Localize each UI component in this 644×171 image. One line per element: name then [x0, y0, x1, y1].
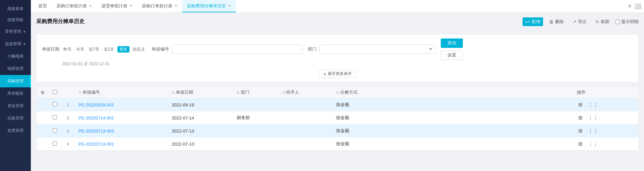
shortcut-1month[interactable]: 近1月 [103, 46, 116, 53]
main-content: 首页 采购订单统计表 ✕ 进货单统计表 ✕ 采购订单执行表 ✕ 采购费用分摊单历… [31, 0, 644, 171]
row-order-no[interactable]: PE-20220713-003 [74, 124, 168, 138]
shortcut-yesterday[interactable]: 昨天 [62, 46, 73, 53]
sidebar-item-ecom[interactable]: 电商管理 [0, 63, 31, 75]
dept-select[interactable]: 财务部 [319, 45, 435, 54]
edit-icon[interactable]: ⊞ [577, 101, 584, 108]
tab-purchase-order-exec[interactable]: 采购订单执行表 ✕ [137, 0, 182, 12]
table-split-method-header[interactable]: ⇅ 分摊方式 [332, 87, 573, 98]
sidebar-item-account[interactable]: 总账管理 [0, 112, 31, 124]
tab-close-icon[interactable]: ✕ [129, 4, 132, 8]
edit-icon[interactable]: ⊞ [577, 140, 584, 148]
edit-icon[interactable]: ⊞ [577, 127, 584, 135]
sidebar-item-inventory[interactable]: 库存核算 [0, 87, 31, 100]
delete-button[interactable]: 🗑 删除 [546, 17, 567, 26]
row-order-no[interactable]: PE-20220714-001 [74, 111, 168, 124]
row-checkbox[interactable] [53, 141, 57, 146]
table-header-row: ⚙ ⇅ 单据编号 ⇅ 单据日期 [37, 87, 638, 98]
table-handler-header[interactable]: ⇅ 经手人 [278, 87, 332, 98]
table-row: 1 PE-20220919-002 2022-09-19 按金额 ⊞ ⋮⋮ [37, 98, 638, 111]
tab-close-icon[interactable]: ✕ [228, 4, 231, 8]
maximize-window-icon[interactable]: ⬜ [635, 3, 641, 9]
sidebar-item-search[interactable]: 搜索菜单 [0, 3, 31, 14]
add-icon: + [525, 19, 528, 24]
close-window-icon[interactable]: ✕ [628, 3, 632, 9]
shortcut-custom[interactable]: 自定义 [131, 46, 146, 53]
table-dept-header[interactable]: ⇅ 部门 [233, 87, 278, 98]
filter-settings-button[interactable]: 设置 [441, 51, 463, 60]
refresh-icon: ↻ [595, 19, 599, 24]
tab-close-icon[interactable]: ✕ [174, 4, 177, 8]
sidebar-item-quicknav[interactable]: 快捷导航 [0, 14, 31, 25]
date-range-display: 2022-01-01 至 2022-12-31 [62, 61, 633, 67]
shortcut-more[interactable]: 更多 [117, 46, 129, 53]
table-date-header[interactable]: ⇅ 单据日期 [168, 87, 233, 98]
row-dept [233, 124, 278, 138]
table-settings-header[interactable]: ⚙ [37, 87, 49, 98]
row-dept: 财务部 [233, 111, 278, 124]
order-no-link[interactable]: PE-20220713-003 [78, 129, 114, 134]
row-order-no[interactable]: PE-20220713-001 [74, 138, 168, 151]
select-all-checkbox[interactable] [53, 90, 57, 94]
row-split-method: 按金额 [332, 111, 573, 124]
row-checkbox-cell[interactable] [49, 111, 61, 124]
more-icon[interactable]: ⋮⋮ [587, 114, 599, 121]
show-columns-checkbox[interactable] [615, 20, 620, 24]
more-icon[interactable]: ⋮⋮ [587, 101, 599, 108]
tab-stock-summary[interactable]: 进货单统计表 ✕ [97, 0, 137, 12]
sidebar-item-ecom-small[interactable]: 小畅电商 [0, 50, 31, 63]
expand-more-button[interactable]: ∨ 展开更多条件 [319, 70, 356, 78]
table-row: 3 PE-20220713-003 2022-07-13 按金额 ⊞ ⋮⋮ [37, 124, 638, 138]
table-actions-header: 操作 [573, 87, 638, 98]
tab-purchase-cost-history[interactable]: 采购费用分摊单历史 ✕ [182, 0, 236, 12]
dept-filter-group: 部门 财务部 [308, 45, 435, 54]
refresh-button[interactable]: ↻ 刷新 [593, 17, 612, 26]
row-checkbox[interactable] [53, 102, 57, 106]
row-checkbox[interactable] [53, 128, 57, 133]
order-no-input[interactable] [172, 45, 303, 54]
row-split-method: 按金额 [332, 124, 573, 138]
date-filter-group: 单据日期 昨天 今天 近7天 近1月 更多 自定义 [42, 46, 146, 53]
query-button[interactable]: 查询 [441, 38, 463, 48]
table-order-no-header[interactable]: ⇅ 单据编号 [74, 87, 168, 98]
more-icon[interactable]: ⋮⋮ [587, 127, 599, 135]
tab-window-controls: ✕ ⬜ [628, 3, 641, 9]
sidebar-item-capital[interactable]: 资金管理 [0, 100, 31, 112]
row-order-no[interactable]: PE-20220919-002 [74, 98, 168, 111]
add-button[interactable]: + + 新增 [523, 17, 543, 26]
export-button[interactable]: ↗ 导出 [570, 17, 589, 26]
sidebar-item-wholesale[interactable]: 批发管理 ▼ [0, 38, 31, 50]
tab-close-icon[interactable]: ✕ [89, 4, 92, 8]
row-num: 3 [61, 124, 74, 138]
table-row: 4 PE-20220713-001 2022-07-13 按金额 ⊞ ⋮⋮ [37, 138, 638, 151]
row-checkbox-cell[interactable] [49, 124, 61, 138]
row-actions: ⊞ ⋮⋮ [573, 111, 638, 124]
chevron-down-icon: ▼ [23, 42, 26, 46]
edit-icon[interactable]: ⊞ [577, 114, 584, 121]
sidebar-item-retail[interactable]: 零售管理 ▼ [0, 25, 31, 38]
date-shortcuts: 昨天 今天 近7天 近1月 更多 自定义 [62, 46, 146, 53]
row-handler [278, 124, 332, 138]
row-dept [233, 98, 278, 111]
tab-purchase-order-summary[interactable]: 采购订单统计表 ✕ [52, 0, 97, 12]
sidebar-item-invoice[interactable]: 发票管理 [0, 124, 31, 137]
order-no-filter-group: 单据编号 [152, 45, 303, 54]
toolbar: + + 新增 🗑 删除 ↗ 导出 ↻ 刷新 显示明细 [523, 17, 639, 26]
row-split-method: 按金额 [332, 98, 573, 111]
row-checkbox-cell[interactable] [49, 138, 61, 151]
row-checkbox-cell[interactable] [49, 98, 61, 111]
shortcut-today[interactable]: 今天 [75, 46, 86, 53]
row-checkbox[interactable] [53, 115, 57, 119]
order-no-link[interactable]: PE-20220713-001 [78, 142, 114, 147]
row-split-method: 按金额 [332, 138, 573, 151]
tab-home[interactable]: 首页 [34, 0, 52, 12]
row-settings-cell [37, 111, 49, 124]
show-columns-toggle[interactable]: 显示明细 [615, 19, 639, 25]
shortcut-7days[interactable]: 近7天 [88, 46, 101, 53]
more-icon[interactable]: ⋮⋮ [587, 140, 599, 148]
table-checkbox-header[interactable] [49, 87, 61, 98]
row-settings-cell [37, 124, 49, 138]
sidebar-item-purchase[interactable]: 采购管理 [0, 75, 31, 87]
filter-area: 单据日期 昨天 今天 近7天 近1月 更多 自定义 单据编号 [36, 34, 639, 82]
order-no-link[interactable]: PE-20220714-001 [78, 115, 114, 120]
order-no-link[interactable]: PE-20220919-002 [78, 102, 114, 107]
